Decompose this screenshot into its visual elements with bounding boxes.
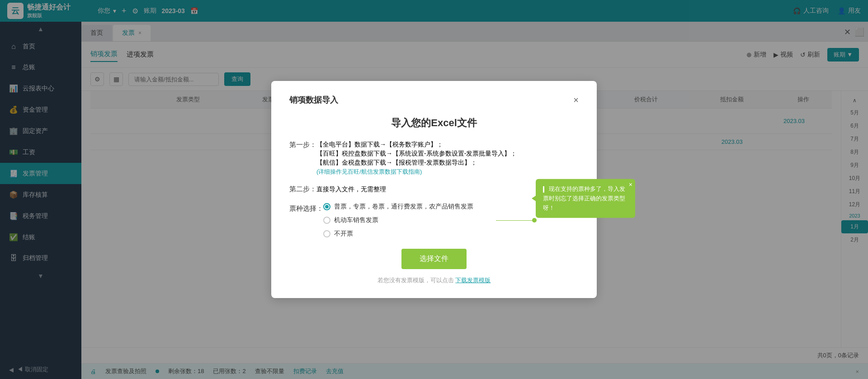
radio-normal-inner: [325, 205, 329, 208]
tooltip-bar: [543, 186, 544, 192]
step1-line-2: 【百旺】税控盘数据下载→【系统设置-系统参数设置-发票批量导入】；: [316, 150, 517, 158]
step2-content: 直接导入文件，无需整理: [316, 185, 386, 194]
step1: 第一步： 【全电平台】数据下载→【税务数字账户】； 【百旺】税控盘数据下载→【系…: [289, 141, 579, 176]
tooltip-wrapper: 现在支持的票种多了，导入发票时别忘了选择正确的发票类型呀！ ×: [536, 179, 635, 218]
tooltip-close-btn[interactable]: ×: [629, 181, 632, 188]
step1-link[interactable]: (详细操作见百旺/航信发票数据下载指南): [316, 168, 517, 176]
modal-footer: 若您没有发票模版，可以点击 下载发票模版: [289, 276, 579, 284]
modal-title: 销项数据导入: [289, 95, 338, 105]
step1-line-1: 【全电平台】数据下载→【税务数字账户】；: [316, 141, 517, 149]
step2: 第二步： 直接导入文件，无需整理: [289, 185, 579, 194]
ticket-option-motor[interactable]: 机动车销售发票: [323, 216, 473, 224]
modal-close-btn[interactable]: ×: [573, 95, 579, 105]
step1-content: 【全电平台】数据下载→【税务数字账户】； 【百旺】税控盘数据下载→【系统设置-系…: [316, 141, 517, 176]
modal-subtitle: 导入您的Excel文件: [289, 116, 579, 130]
radio-motor[interactable]: [323, 217, 330, 224]
radio-noticket[interactable]: [323, 230, 330, 237]
tooltip-dot: [532, 218, 537, 223]
ticket-option-motor-label: 机动车销售发票: [334, 216, 378, 224]
radio-normal[interactable]: [323, 203, 330, 210]
tooltip-bubble: 现在支持的票种多了，导入发票时别忘了选择正确的发票类型呀！ ×: [536, 179, 635, 218]
step2-label: 第二步：: [289, 185, 316, 194]
ticket-option-noticket[interactable]: 不开票: [323, 230, 473, 238]
select-file-btn[interactable]: 选择文件: [401, 249, 467, 269]
ticket-options: 普票，专票，卷票，通行费发票，农产品销售发票 机动车销售发票: [323, 203, 473, 238]
step1-label: 第一步：: [289, 141, 316, 176]
ticket-label: 票种选择：: [289, 203, 323, 213]
ticket-select: 票种选择： 普票，专票，卷票，通行费发票，农产品销售发票 机动车销售发票: [289, 203, 579, 238]
ticket-option-noticket-label: 不开票: [334, 230, 353, 238]
modal-overlay: 销项数据导入 × 导入您的Excel文件 第一步： 【全电平台】数据下载→【税务…: [0, 0, 868, 379]
ticket-option-normal-label: 普票，专票，卷票，通行费发票，农产品销售发票: [334, 203, 473, 211]
footer-text: 若您没有发票模版，可以点击: [377, 277, 454, 284]
tooltip-line: [496, 220, 532, 221]
download-template-link[interactable]: 下载发票模版: [455, 277, 491, 284]
modal-header: 销项数据导入 ×: [289, 95, 579, 105]
ticket-option-normal[interactable]: 普票，专票，卷票，通行费发票，农产品销售发票: [323, 203, 473, 211]
tooltip-arrow: [532, 196, 536, 201]
tooltip-text: 现在支持的票种多了，导入发票时别忘了选择正确的发票类型呀！: [543, 185, 625, 211]
step1-line-3: 【航信】金税盘数据下载→【报税管理-发票数据导出】；: [316, 159, 517, 167]
